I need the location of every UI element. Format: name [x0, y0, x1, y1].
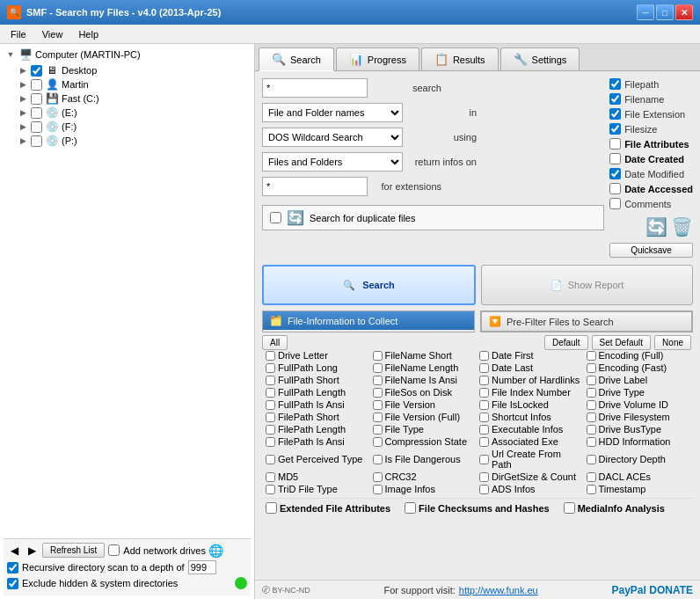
menu-view[interactable]: View	[35, 27, 70, 41]
cb-md5-input[interactable]	[266, 472, 275, 482]
cb-crc32-input[interactable]	[373, 472, 383, 482]
cb-drive-type-input[interactable]	[587, 388, 596, 398]
filesize-checkbox[interactable]	[609, 123, 621, 135]
cb-file-version-full-input[interactable]	[373, 413, 383, 422]
cb-timestamp-input[interactable]	[587, 485, 596, 494]
refresh-icon[interactable]: 🔄	[645, 216, 667, 237]
tree-martin[interactable]: ▶ 👤 Martin	[16, 77, 251, 91]
cb-filesizondisk-input[interactable]	[373, 388, 383, 398]
cb-shortcut-infos-input[interactable]	[479, 413, 489, 422]
martin-checkbox[interactable]	[31, 79, 42, 91]
tab-progress[interactable]: 📊 Progress	[336, 47, 419, 70]
menu-help[interactable]: Help	[71, 27, 106, 41]
show-report-button[interactable]: 📄 Show Report	[481, 265, 693, 305]
cb-directory-depth-input[interactable]	[587, 455, 596, 464]
cb-executable-infos-input[interactable]	[479, 425, 489, 435]
cb-fullpath-isansi-input[interactable]	[266, 400, 275, 410]
cb-file-version-input[interactable]	[373, 400, 383, 410]
set-default-button[interactable]: Set Default	[592, 335, 651, 350]
recursive-depth-input[interactable]	[188, 560, 216, 574]
cb-url-create-input[interactable]	[479, 455, 489, 464]
tree-e[interactable]: ▶ 💿 (E:)	[16, 106, 251, 120]
fileext-checkbox[interactable]	[609, 108, 621, 120]
comments-checkbox[interactable]	[609, 198, 621, 209]
tab-settings[interactable]: 🔧 Settings	[500, 47, 580, 70]
tree-f[interactable]: ▶ 💿 (F:)	[16, 120, 251, 134]
cb-fullpath-short-input[interactable]	[266, 376, 275, 385]
tree-p[interactable]: ▶ 💿 (P:)	[16, 134, 251, 148]
fastc-checkbox[interactable]	[31, 93, 42, 105]
extension-input[interactable]	[262, 177, 368, 196]
exclude-hidden-checkbox[interactable]	[7, 578, 18, 589]
cb-dacl-aces-input[interactable]	[587, 472, 596, 482]
cb-fullpath-long-input[interactable]	[266, 363, 275, 373]
cb-fullpath-length-input[interactable]	[266, 388, 275, 398]
search-button[interactable]: 🔍 Search	[262, 265, 476, 305]
datecreated-checkbox[interactable]	[609, 153, 621, 164]
cb-trid-input[interactable]	[266, 485, 275, 494]
desktop-checkbox[interactable]	[31, 65, 42, 77]
cb-filename-length-input[interactable]	[373, 363, 383, 373]
cb-image-infos-input[interactable]	[373, 485, 383, 494]
cb-filename-isansi-input[interactable]	[373, 376, 383, 385]
close-button[interactable]: ✕	[675, 4, 693, 20]
filepath-checkbox[interactable]	[609, 78, 621, 90]
cb-drive-filesystem-input[interactable]	[587, 413, 596, 422]
cb-filepath-isansi-input[interactable]	[266, 437, 275, 447]
tree-root[interactable]: ▼ 🖥️ Computer (MARTIN-PC)	[4, 47, 251, 62]
menu-file[interactable]: File	[4, 27, 33, 41]
cb-compression-state-input[interactable]	[373, 437, 383, 447]
all-button[interactable]: All	[262, 335, 288, 350]
cb-filename-short-input[interactable]	[373, 351, 383, 361]
tab-search[interactable]: 🔍 Search	[259, 47, 334, 71]
search-method-select[interactable]: DOS Wildcard Search	[262, 128, 403, 147]
cb-drive-label-input[interactable]	[587, 376, 596, 385]
quicksave-button[interactable]: Quicksave	[609, 243, 693, 258]
cb-filepath-length-input[interactable]	[266, 425, 275, 435]
cb-hdd-info-input[interactable]	[587, 437, 596, 447]
cb-encoding-full-input[interactable]	[587, 351, 596, 361]
nav-right-icon[interactable]: ▶	[25, 544, 39, 557]
cb-ads-infos-input[interactable]	[479, 485, 489, 494]
nav-left-icon[interactable]: ◀	[7, 544, 21, 557]
return-infos-select[interactable]: Files and Folders	[262, 152, 403, 172]
cb-drive-letter-input[interactable]	[266, 351, 275, 361]
fileattr-checkbox[interactable]	[609, 138, 621, 150]
none-button[interactable]: None	[654, 335, 691, 350]
e-checkbox[interactable]	[31, 107, 42, 119]
cb-date-last-input[interactable]	[479, 363, 489, 373]
datemodified-checkbox[interactable]	[609, 168, 621, 179]
tree-desktop[interactable]: ▶ 🖥 Desktop	[16, 63, 251, 77]
cb-get-perceived-input[interactable]	[266, 455, 275, 464]
filename-checkbox[interactable]	[609, 93, 621, 105]
recursive-checkbox[interactable]	[7, 562, 18, 573]
tab-results[interactable]: 📋 Results	[421, 47, 499, 70]
cb-file-index-input[interactable]	[479, 388, 489, 398]
p-checkbox[interactable]	[31, 135, 42, 147]
cb-dirgetsize-input[interactable]	[479, 472, 489, 482]
minimize-button[interactable]: ─	[637, 4, 654, 20]
file-checksums-checkbox[interactable]	[405, 502, 416, 514]
mediainfo-analysis-checkbox[interactable]	[564, 502, 575, 514]
duplicate-checkbox[interactable]	[270, 212, 281, 223]
cb-encoding-fast-input[interactable]	[587, 363, 596, 373]
cb-drive-bustype-input[interactable]	[587, 425, 596, 435]
cb-isfile-dangerous-input[interactable]	[373, 455, 383, 464]
file-folder-select[interactable]: File and Folder names	[262, 103, 403, 122]
cb-file-islocked-input[interactable]	[479, 400, 489, 410]
trash-icon[interactable]: 🗑️	[671, 216, 693, 237]
cb-drive-volumeid-input[interactable]	[587, 400, 596, 410]
f-checkbox[interactable]	[31, 121, 42, 133]
cb-associated-exe-input[interactable]	[479, 437, 489, 447]
footer-url-link[interactable]: http://www.funk.eu	[459, 585, 538, 595]
cb-date-first-input[interactable]	[479, 351, 489, 361]
add-network-checkbox[interactable]	[108, 544, 120, 556]
cb-hardlinks-input[interactable]	[479, 376, 489, 385]
maximize-button[interactable]: □	[656, 4, 674, 20]
tree-fastc[interactable]: ▶ 💾 Fast (C:)	[16, 91, 251, 106]
ext-file-attr-checkbox[interactable]	[266, 502, 277, 514]
refresh-list-button[interactable]: Refresh List	[42, 543, 105, 558]
cb-filepath-short-input[interactable]	[266, 413, 275, 422]
cb-file-type-input[interactable]	[373, 425, 383, 435]
paypal-donate[interactable]: PayPal DONATE	[612, 584, 693, 596]
